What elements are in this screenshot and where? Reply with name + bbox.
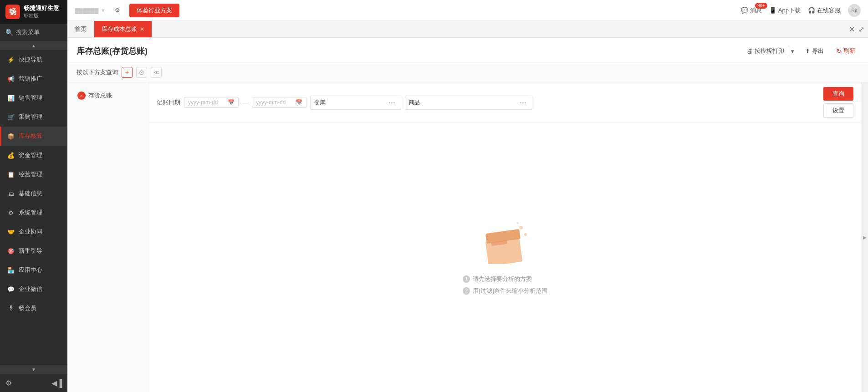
breadcrumb-sep: ▾	[102, 7, 105, 14]
date-start-input[interactable]: yyyy-mm-dd 📅	[184, 97, 239, 108]
quick-nav-icon: ⚡	[7, 56, 15, 64]
add-scheme-btn[interactable]: ＋	[122, 67, 133, 78]
scheme-icon: ✓	[77, 92, 86, 100]
tab-close-panel-icon[interactable]: ✕	[849, 25, 855, 34]
topbar-settings-btn[interactable]: ⚙	[111, 4, 124, 17]
sidebar-item-system[interactable]: ⚙ 系统管理	[0, 203, 67, 222]
gear-icon: ⚙	[115, 7, 120, 14]
sidebar-search[interactable]: 🔍 搜索菜单	[0, 24, 67, 41]
online-support-btn[interactable]: 🎧 在线客服	[808, 6, 841, 15]
sound-btn[interactable]: ◀▐	[51, 379, 62, 387]
sidebar-scroll-down[interactable]: ▼	[0, 365, 67, 374]
goods-select[interactable]: 商品 ···	[405, 96, 532, 110]
main-content: ▓▓▓▓▓▓ ▾ ⚙ 体验行业方案 💬 消息 99+ 📱 App下载 🎧 在线客…	[67, 0, 868, 392]
settings-btn[interactable]: 设置	[823, 103, 853, 118]
tip-num-2: 2	[463, 287, 470, 295]
sidebar-item-corp[interactable]: 🤝 企业协同	[0, 222, 67, 241]
filter-content-panel: 记账日期 yyyy-mm-dd 📅 — yyyy-mm-dd 📅 仓库 ···	[149, 82, 861, 392]
query-action-group: 查询 设置	[823, 87, 853, 118]
trial-btn[interactable]: 体验行业方案	[129, 4, 179, 17]
tab-inventory-ledger[interactable]: 库存成本总账 ✕	[94, 21, 152, 37]
tab-expand-icon[interactable]: ⤢	[858, 25, 864, 34]
sidebar-item-operations[interactable]: 📋 经营管理	[0, 165, 67, 184]
sales-icon: 📊	[7, 94, 15, 102]
left-scheme-panel: ✓ 存货总账	[67, 82, 149, 392]
collapse-filter-btn[interactable]: ≪	[151, 67, 162, 78]
sidebar-item-wechat[interactable]: 💬 企业微信	[0, 280, 67, 299]
sidebar: 畅 畅捷通好生意 标准版 🔍 搜索菜单 ▲ ⚡ 快捷导航 📢 营销推广 📊 销售…	[0, 0, 67, 392]
empty-svg	[478, 219, 532, 264]
tab-right-actions: ✕ ⤢	[845, 25, 868, 34]
breadcrumb: ▓▓▓▓▓▓ ▾	[75, 7, 107, 14]
sidebar-item-guide[interactable]: 🎯 新手引导	[0, 241, 67, 260]
sidebar-scroll-up[interactable]: ▲	[0, 41, 67, 50]
collapse-right-icon: ▶	[863, 235, 867, 240]
scheme-item-inventory[interactable]: ✓ 存货总账	[73, 88, 143, 103]
sidebar-item-appstore[interactable]: 🏪 应用中心	[0, 260, 67, 280]
export-icon: ⬆	[805, 48, 810, 55]
svg-point-4	[524, 233, 527, 236]
user-profile[interactable]: Rit	[848, 4, 861, 17]
date-field-label: 记账日期	[157, 98, 180, 107]
print-dropdown-btn[interactable]: ▾	[789, 46, 796, 56]
headset-icon: 🎧	[808, 7, 815, 14]
filter-input-row: 记账日期 yyyy-mm-dd 📅 — yyyy-mm-dd 📅 仓库 ···	[149, 82, 861, 123]
sidebar-item-marketing[interactable]: 📢 营销推广	[0, 69, 67, 88]
empty-tip-1: 1 请先选择要分析的方案	[463, 273, 547, 285]
tab-home[interactable]: 首页	[67, 21, 94, 37]
purchase-icon: 🛒	[7, 113, 15, 121]
sidebar-item-quick-nav[interactable]: ⚡ 快捷导航	[0, 50, 67, 69]
sidebar-nav: ⚡ 快捷导航 📢 营销推广 📊 销售管理 🛒 采购管理 📦 库存核算 💰 资金管…	[0, 50, 67, 365]
calendar-icon-start: 📅	[228, 99, 235, 106]
app-logo: 畅 畅捷通好生意 标准版	[0, 0, 67, 24]
page-header: 库存总账(存货总账) 🖨 按模板打印 ▾ ⬆ 导出 ↻ 刷新	[67, 38, 868, 63]
warehouse-more-icon[interactable]: ···	[387, 98, 397, 107]
avatar: Rit	[848, 4, 861, 17]
filter-scheme-area: 按以下方案查询 ＋ ⊙ ≪	[77, 63, 162, 82]
sidebar-item-sales[interactable]: 📊 销售管理	[0, 88, 67, 107]
refresh-btn[interactable]: ↻ 刷新	[833, 45, 859, 57]
export-btn[interactable]: ⬆ 导出	[802, 45, 827, 57]
sidebar-item-finance[interactable]: 💰 资金管理	[0, 146, 67, 165]
edit-scheme-btn[interactable]: ⊙	[136, 67, 147, 78]
empty-tip-2: 2 用[过滤]条件来缩小分析范围	[463, 285, 547, 297]
empty-illustration	[478, 219, 532, 264]
topbar-nav: ▓▓▓▓▓▓ ▾ ⚙ 体验行业方案	[75, 4, 741, 17]
topbar: ▓▓▓▓▓▓ ▾ ⚙ 体验行业方案 💬 消息 99+ 📱 App下载 🎧 在线客…	[67, 0, 868, 21]
query-btn[interactable]: 查询	[823, 87, 853, 101]
sidebar-item-inventory[interactable]: 📦 库存核算	[0, 127, 67, 146]
printer-icon: 🖨	[747, 48, 753, 55]
refresh-icon: ↻	[837, 48, 842, 55]
app-download-btn[interactable]: 📱 App下载	[769, 6, 801, 15]
right-collapse-handle[interactable]: ▶	[861, 82, 868, 392]
sidebar-bottom: ⚙ ◀▐	[0, 374, 67, 392]
appstore-icon: 🏪	[7, 266, 15, 274]
empty-tips: 1 请先选择要分析的方案 2 用[过滤]条件来缩小分析范围	[463, 273, 547, 297]
system-icon: ⚙	[7, 209, 15, 217]
message-btn[interactable]: 💬 消息 99+	[741, 6, 762, 15]
empty-state: 1 请先选择要分析的方案 2 用[过滤]条件来缩小分析范围	[149, 123, 861, 392]
sidebar-item-purchase[interactable]: 🛒 采购管理	[0, 107, 67, 127]
calendar-icon-end: 📅	[296, 99, 302, 106]
filter-top-row: 按以下方案查询 ＋ ⊙ ≪	[67, 63, 868, 82]
message-badge: 99+	[755, 3, 767, 9]
print-btn[interactable]: 🖨 按模板打印	[743, 45, 788, 57]
sidebar-item-member[interactable]: 🎖 畅会员	[0, 299, 67, 318]
page-content: 库存总账(存货总账) 🖨 按模板打印 ▾ ⬆ 导出 ↻ 刷新	[67, 38, 868, 392]
date-end-input[interactable]: yyyy-mm-dd 📅	[252, 97, 306, 108]
content-area: ✓ 存货总账 记账日期 yyyy-mm-dd 📅 — yyyy-mm-dd	[67, 82, 868, 392]
goods-more-icon[interactable]: ···	[518, 98, 528, 107]
member-icon: 🎖	[7, 304, 15, 312]
warehouse-select[interactable]: 仓库 ···	[310, 96, 401, 110]
settings-bottom-btn[interactable]: ⚙	[5, 379, 12, 387]
date-separator: —	[242, 99, 248, 106]
sidebar-item-base[interactable]: 🗂 基础信息	[0, 184, 67, 203]
tab-close-icon[interactable]: ✕	[140, 26, 144, 32]
breadcrumb-text: ▓▓▓▓▓▓	[75, 7, 99, 14]
marketing-icon: 📢	[7, 75, 15, 83]
tip-num-1: 1	[463, 275, 470, 283]
tabs-bar: 首页 库存成本总账 ✕ ✕ ⤢	[67, 21, 868, 38]
filter-scheme-label: 按以下方案查询	[77, 63, 118, 82]
wechat-icon: 💬	[7, 285, 15, 293]
search-icon: 🔍	[5, 29, 13, 36]
